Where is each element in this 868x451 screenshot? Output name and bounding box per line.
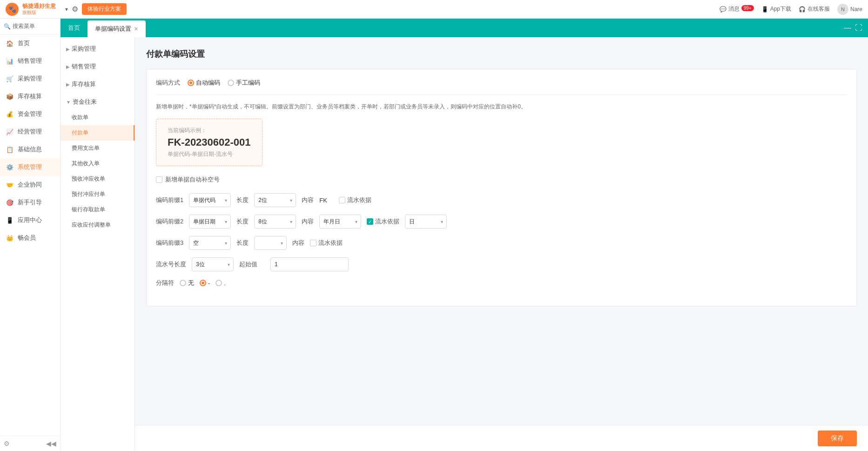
top-bar-right: 💬 消息 99+ 📱 App下载 🎧 在线客服 N Nare [720, 4, 862, 15]
sidebar-item-operation[interactable]: 📈 经营管理 [0, 123, 60, 141]
sidebar-search[interactable]: 🔍 搜索菜单 [0, 19, 60, 34]
prefix2-length-label: 长度 [236, 217, 249, 226]
prefix3-stream-check: 流水依据 [310, 239, 343, 247]
manual-encoding-radio[interactable] [228, 80, 234, 86]
app-icon: 📱 [761, 6, 768, 13]
sidebar-item-system[interactable]: ⚙️ 系统管理 [0, 158, 60, 176]
prefix2-stream-unit-select[interactable]: 日 月 年 [405, 215, 447, 229]
sidebar-item-sales[interactable]: 📊 销售管理 [0, 52, 60, 70]
sub-sidebar-sales-title[interactable]: ▶ 销售管理 [61, 59, 135, 74]
finance-icon: 💰 [6, 110, 14, 118]
prefix1-length-select[interactable]: 2位 4位 6位 8位 [254, 193, 296, 207]
sub-sidebar-item-pre-payment[interactable]: 预付冲应付单 [61, 187, 135, 202]
sub-sidebar-item-expense[interactable]: 费用支出单 [61, 141, 135, 156]
sub-sidebar-item-pre-collection[interactable]: 预收冲应收单 [61, 171, 135, 187]
tab-close-icon[interactable]: ✕ [134, 26, 138, 32]
prefix2-length-select[interactable]: 8位 2位 4位 6位 [254, 215, 296, 229]
chevron-down-icon: ▼ [66, 100, 71, 105]
sub-sidebar-purchase-title[interactable]: ▶ 采购管理 [61, 41, 135, 57]
separator-none[interactable]: 无 [180, 279, 194, 287]
prefix1-stream-checkbox[interactable] [339, 197, 345, 203]
main-layout: 🔍 搜索菜单 🏠 首页 📊 销售管理 🛒 采购管理 📦 库存 [0, 19, 868, 451]
bottom-bar: 保存 [135, 425, 868, 451]
serial-start-input[interactable] [270, 257, 349, 271]
sidebar-nav: 🏠 首页 📊 销售管理 🛒 采购管理 📦 库存核算 💰 资金管理 [0, 34, 60, 436]
prefix1-length-wrapper: 2位 4位 6位 8位 ▾ [254, 193, 296, 207]
serial-row: 流水号长度 3位 4位 5位 6位 ▾ [156, 257, 847, 271]
message-item[interactable]: 💬 消息 99+ [720, 5, 754, 13]
prefix2-select-wrapper: 单据日期 单据代码 空 ▾ [189, 215, 231, 229]
prefix2-label: 编码前缀2 [156, 217, 183, 226]
prefix3-length-select[interactable] [254, 236, 287, 250]
sub-sidebar-item-payment[interactable]: 付款单 [61, 125, 135, 141]
app-download-item[interactable]: 📱 App下载 [761, 5, 791, 13]
tab-encoding[interactable]: 单据编码设置 ✕ [87, 20, 146, 37]
sidebar-item-inventory[interactable]: 📦 库存核算 [0, 88, 60, 105]
sidebar-item-guide[interactable]: 🎯 新手引导 [0, 194, 60, 211]
prefix2-content-label: 内容 [302, 217, 314, 226]
online-service-item[interactable]: 🎧 在线客服 [799, 5, 830, 13]
separator-dot-radio[interactable] [215, 280, 222, 286]
prefix1-select[interactable]: 单据代码 单据日期 空 [189, 193, 231, 207]
industry-btn[interactable]: 体验行业方案 [82, 3, 127, 15]
brand-title: 畅捷通好生意 [22, 3, 56, 9]
prefix2-stream-check: ✓ 流水依据 [367, 217, 399, 226]
avatar: N [837, 4, 848, 15]
prefix3-stream-checkbox[interactable] [310, 240, 316, 246]
collapse-icon[interactable]: ◀◀ [46, 440, 56, 447]
message-icon: 💬 [720, 6, 727, 13]
preview-code: FK-20230602-001 [168, 136, 251, 148]
prefix2-content-select[interactable]: 年月日 年月 年 [319, 215, 361, 229]
sub-sidebar-item-bank-deposit[interactable]: 银行存取款单 [61, 202, 135, 217]
separator-label: 分隔符 [156, 279, 174, 287]
manual-encoding-option[interactable]: 手工编码 [228, 79, 260, 87]
serial-length-wrapper: 3位 4位 5位 6位 ▾ [192, 257, 234, 271]
prefix2-select[interactable]: 单据日期 单据代码 空 [189, 215, 231, 229]
autofill-checkbox[interactable] [156, 176, 162, 183]
prefix2-stream-checkbox[interactable]: ✓ [367, 218, 373, 225]
settings-card: 编码方式 自动编码 [146, 69, 857, 306]
sidebar: 🔍 搜索菜单 🏠 首页 📊 销售管理 🛒 采购管理 📦 库存 [0, 19, 61, 451]
prefix1-content-value: FK [319, 197, 333, 204]
tab-home[interactable]: 首页 [61, 19, 87, 37]
prefix3-length-wrapper: ▾ [254, 236, 287, 250]
sidebar-item-vip[interactable]: 👑 畅会员 [0, 229, 60, 247]
separator-hyphen[interactable]: - [200, 280, 210, 287]
sidebar-item-app[interactable]: 📱 应用中心 [0, 211, 60, 229]
cooperation-icon: 🤝 [6, 181, 14, 189]
chevron-right-icon: ▶ [66, 47, 70, 52]
top-bar-left: 🐾 畅捷通好生意 旗舰版 ▾ ⚙ 体验行业方案 [6, 3, 127, 16]
app-nav-icon: 📱 [6, 216, 14, 224]
preview-label: 当前编码示例： [168, 127, 251, 135]
serial-length-select[interactable]: 3位 4位 5位 6位 [192, 257, 234, 271]
auto-encoding-radio[interactable] [188, 80, 194, 86]
sub-sidebar-group-inventory: ▶ 库存核算 [61, 76, 135, 92]
sidebar-item-cooperation[interactable]: 🤝 企业协同 [0, 176, 60, 194]
sub-sidebar-item-ap-adjust[interactable]: 应收应付调整单 [61, 217, 135, 233]
sidebar-item-home[interactable]: 🏠 首页 [0, 34, 60, 52]
prefix3-content-label: 内容 [292, 239, 304, 247]
separator-none-radio[interactable] [180, 280, 186, 286]
save-button[interactable]: 保存 [818, 431, 857, 446]
dropdown-icon[interactable]: ▾ [65, 6, 68, 13]
auto-encoding-option[interactable]: 自动编码 [188, 79, 220, 87]
tab-maximize-icon[interactable]: ⛶ [855, 24, 862, 32]
sidebar-item-purchase[interactable]: 🛒 采购管理 [0, 70, 60, 88]
separator-dot[interactable]: . [215, 280, 226, 287]
sub-sidebar-item-receipt[interactable]: 收款单 [61, 110, 135, 125]
sub-sidebar-inventory-title[interactable]: ▶ 库存核算 [61, 76, 135, 92]
sidebar-item-finance[interactable]: 💰 资金管理 [0, 105, 60, 123]
settings-icon[interactable]: ⚙ [72, 5, 78, 13]
radio-group: 自动编码 手工编码 [188, 79, 260, 87]
operation-icon: 📈 [6, 128, 14, 136]
prefix3-select[interactable]: 空 单据代码 单据日期 [189, 236, 231, 250]
separator-hyphen-radio[interactable] [200, 280, 206, 286]
tab-minimize-icon[interactable]: — [844, 24, 851, 32]
sub-sidebar-capital-title[interactable]: ▼ 资金往来 [61, 94, 135, 110]
encoding-method-row: 编码方式 自动编码 [156, 79, 847, 95]
user-item[interactable]: N Nare [837, 4, 862, 15]
settings-gear-icon[interactable]: ⚙ [4, 440, 10, 447]
tab-bar: 首页 单据编码设置 ✕ — ⛶ [61, 19, 868, 37]
sub-sidebar-item-other-income[interactable]: 其他收入单 [61, 156, 135, 171]
sidebar-item-basic[interactable]: 📋 基础信息 [0, 141, 60, 158]
